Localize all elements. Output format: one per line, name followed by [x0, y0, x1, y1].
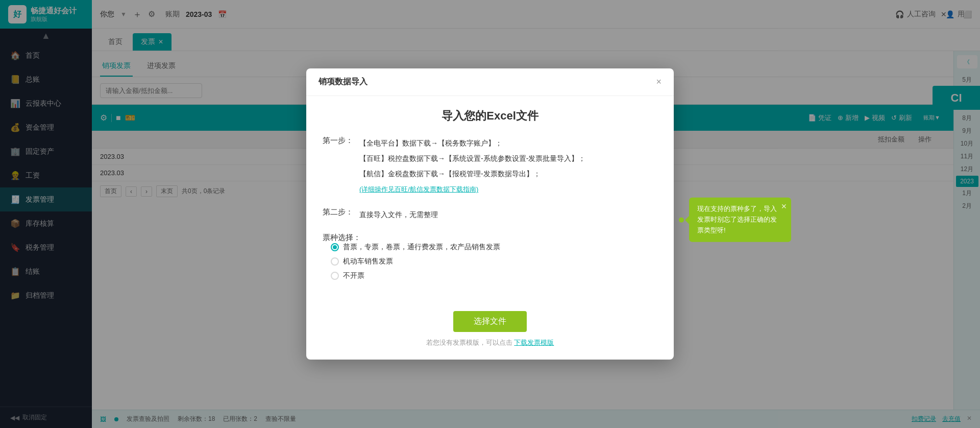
import-modal: 销项数据导入 × 导入您的Excel文件 第一步： 【全电平台】数据下载→【税务… — [306, 68, 674, 360]
radio-option-1[interactable]: 普票，专票，卷票，通行费发票，农产品销售发票 — [331, 243, 657, 252]
radio-label-3: 不开票 — [343, 271, 364, 280]
tooltip-text: 现在支持的票种多了，导入发票时别忘了选择正确的发票类型呀! — [697, 205, 777, 234]
tooltip-popup: ✕ 现在支持的票种多了，导入发票时别忘了选择正确的发票类型呀! — [689, 198, 791, 242]
radio-option-3[interactable]: 不开票 — [331, 271, 657, 280]
modal-header: 销项数据导入 × — [306, 68, 674, 96]
step-1: 第一步： 【全电平台】数据下载→【税务数字账户】； 【百旺】税控盘数据下载→【系… — [323, 136, 657, 197]
tooltip-close-button[interactable]: ✕ — [781, 201, 787, 212]
step1-content: 【全电平台】数据下载→【税务数字账户】； 【百旺】税控盘数据下载→【系统设置-系… — [359, 136, 585, 197]
step1-line3: 【航信】金税盘数据下载→【报税管理-发票数据导出】； — [359, 167, 585, 181]
download-template-link[interactable]: 下载发票模版 — [514, 339, 554, 346]
download-hint: 若您没有发票模版，可以点击 下载发票模版 — [318, 338, 662, 347]
ticket-select: 票种选择： 普票，专票，卷票，通行费发票，农产品销售发票 机动车销售发票 不开票 — [323, 233, 657, 280]
step1-line1: 【全电平台】数据下载→【税务数字账户】； — [359, 136, 585, 150]
step1-label: 第一步： — [323, 136, 353, 197]
modal-title: 销项数据导入 — [318, 77, 368, 87]
step1-line2: 【百旺】税控盘数据下载→【系统设置-系统参数设置-发票批量导入】； — [359, 151, 585, 165]
step2-label: 第二步： — [323, 207, 353, 223]
radio-label-2: 机动车销售发票 — [343, 257, 393, 266]
step1-link[interactable]: (详细操作见百旺/航信发票数据下载指南) — [359, 185, 478, 193]
modal-body: 导入您的Excel文件 第一步： 【全电平台】数据下载→【税务数字账户】； 【百… — [306, 96, 674, 303]
ticket-label: 票种选择： — [323, 233, 361, 242]
tooltip-dot — [679, 217, 684, 222]
modal-main-title: 导入您的Excel文件 — [323, 108, 657, 124]
step2-content: 直接导入文件，无需整理 — [359, 207, 438, 223]
select-file-button[interactable]: 选择文件 — [453, 311, 527, 332]
radio-option-2[interactable]: 机动车销售发票 — [331, 257, 657, 266]
modal-close-button[interactable]: × — [656, 77, 662, 87]
radio-label-1: 普票，专票，卷票，通行费发票，农产品销售发票 — [343, 243, 500, 252]
radio-circle-2 — [331, 257, 339, 266]
radio-circle-1 — [331, 243, 339, 251]
step2-text: 直接导入文件，无需整理 — [359, 207, 438, 222]
radio-circle-3 — [331, 272, 339, 280]
modal-backdrop: 销项数据导入 × 导入您的Excel文件 第一步： 【全电平台】数据下载→【税务… — [0, 0, 980, 428]
modal-footer: 选择文件 若您没有发票模版，可以点击 下载发票模版 — [306, 303, 674, 360]
radio-group: 普票，专票，卷票，通行费发票，农产品销售发票 机动车销售发票 不开票 — [323, 243, 657, 280]
step-2: 第二步： 直接导入文件，无需整理 — [323, 207, 657, 223]
